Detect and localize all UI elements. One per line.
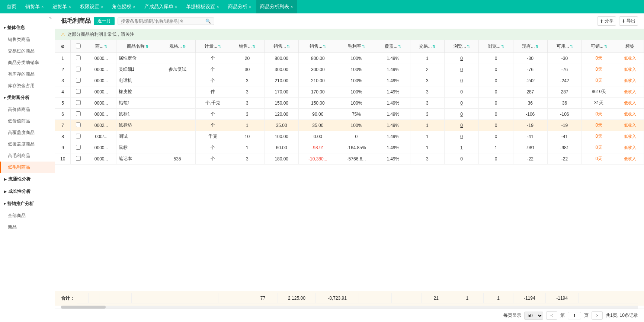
close-icon[interactable]: × <box>249 4 251 9</box>
row-select[interactable] <box>76 156 81 161</box>
row-checkbox[interactable] <box>71 109 86 120</box>
row-view1[interactable]: 0 <box>445 109 479 120</box>
row-checkbox[interactable] <box>71 64 86 75</box>
close-icon[interactable]: × <box>41 4 44 9</box>
row-checkbox[interactable] <box>71 131 86 142</box>
sidebar-item-stock-capital[interactable]: 库存资金占用 <box>0 80 55 92</box>
row-select[interactable] <box>76 78 81 83</box>
share-button[interactable]: ⬆ 分享 <box>597 16 616 26</box>
sidebar-item-all-goods[interactable]: 全部商品 <box>0 210 55 221</box>
close-icon[interactable]: × <box>133 4 135 9</box>
sidebar-item-low-margin[interactable]: 低毛利商品 <box>0 162 55 173</box>
row-view1[interactable]: 1 <box>445 142 479 153</box>
search-input[interactable] <box>121 19 205 24</box>
row-checkbox[interactable] <box>71 86 86 98</box>
nav-home[interactable]: 首页 <box>3 0 20 13</box>
export-button[interactable]: ⬇ 导出 <box>619 16 638 26</box>
col-unit[interactable]: 计量...⇅ <box>196 40 230 53</box>
row-view1[interactable]: 0 <box>445 120 479 131</box>
row-checkbox[interactable] <box>71 53 86 64</box>
col-spec[interactable]: 规格...⇅ <box>159 40 196 53</box>
table-wrapper[interactable]: ⚙ 商...⇅ 商品名称⇅ 规格...⇅ 计量...⇅ 销售...⇅ 销售...… <box>55 40 644 291</box>
row-code: 0000... <box>86 98 116 109</box>
row-checkbox[interactable] <box>71 98 86 109</box>
nav-permissions[interactable]: 权限设置 × <box>76 0 107 13</box>
row-view1[interactable]: 0 <box>445 75 479 86</box>
nav-products[interactable]: 产成品入库单 × <box>141 0 181 13</box>
sidebar-collapse-btn[interactable]: « <box>0 13 55 22</box>
nav-sales[interactable]: 销货单 × <box>22 0 47 13</box>
sidebar-item-sales-goods[interactable]: 销售类商品 <box>0 34 55 45</box>
row-select[interactable] <box>76 111 81 116</box>
row-checkbox[interactable] <box>71 75 86 86</box>
row-view1[interactable]: 0 <box>445 64 479 75</box>
row-select[interactable] <box>76 122 81 127</box>
nav-purchase[interactable]: 进货单 × <box>49 0 74 13</box>
scroll-bar[interactable] <box>61 306 638 309</box>
next-page-btn[interactable]: ＞ <box>592 311 603 320</box>
col-trans[interactable]: 交易...⇅ <box>410 40 444 53</box>
sidebar-item-low-coverage[interactable]: 低覆盖度商品 <box>0 138 55 150</box>
sidebar-item-new-goods[interactable]: 新品 <box>0 221 55 233</box>
sidebar-item-in-stock[interactable]: 有库存的商品 <box>0 68 55 80</box>
row-select[interactable] <box>76 145 81 150</box>
row-checkbox[interactable] <box>71 142 86 153</box>
search-icon[interactable]: 🔍 <box>205 19 211 24</box>
sidebar-group-growth[interactable]: ▶ 成长性分析 <box>0 185 55 198</box>
col-view1[interactable]: 浏览...⇅ <box>445 40 479 53</box>
col-gross-margin[interactable]: 毛利率⇅ <box>337 40 376 53</box>
close-icon[interactable]: × <box>68 4 71 9</box>
row-view1[interactable]: 0 <box>445 153 479 165</box>
col-sales-qty[interactable]: 销售...⇅ <box>230 40 264 53</box>
row-view1[interactable]: 0 <box>445 53 479 64</box>
sidebar-group-overview[interactable]: ▾ 整体信息 <box>0 22 55 34</box>
col-settings[interactable]: ⚙ <box>55 40 71 53</box>
sidebar-item-traded-goods[interactable]: 交易过的商品 <box>0 45 55 57</box>
per-page-select[interactable]: 50 100 200 <box>524 312 543 320</box>
scroll-thumb[interactable] <box>61 306 106 309</box>
col-available[interactable]: 可用...⇅ <box>547 40 581 53</box>
nav-roles[interactable]: 角色授权 × <box>108 0 139 13</box>
row-select[interactable] <box>76 55 81 60</box>
row-select[interactable] <box>76 67 81 71</box>
row-select[interactable] <box>76 89 81 94</box>
col-name[interactable]: 商品名称⇅ <box>116 40 159 53</box>
col-sales-profit[interactable]: 销售...⇅ <box>299 40 337 53</box>
row-select[interactable] <box>76 134 81 138</box>
sidebar-item-low-value[interactable]: 低价值商品 <box>0 115 55 127</box>
nav-analysis[interactable]: 商品分析 × <box>224 0 255 13</box>
col-view2[interactable]: 浏览...⇅ <box>479 40 513 53</box>
share-icon: ⬆ <box>600 19 603 24</box>
sidebar-group-wealth[interactable]: ▾ 类财富分析 <box>0 92 55 104</box>
sidebar-item-category-rate[interactable]: 商品分类助销率 <box>0 57 55 68</box>
sidebar-group-flow[interactable]: ▶ 流通性分析 <box>0 173 55 185</box>
col-current[interactable]: 现有...⇅ <box>513 40 547 53</box>
nav-analysis-list[interactable]: 商品分析列表 × <box>256 0 297 13</box>
col-coverage[interactable]: 覆盖...⇅ <box>376 40 410 53</box>
row-select[interactable] <box>76 100 81 105</box>
col-code[interactable]: 商...⇅ <box>86 40 116 53</box>
col-checkbox[interactable] <box>71 40 86 53</box>
sidebar-item-high-coverage[interactable]: 高覆盖度商品 <box>0 127 55 138</box>
close-icon[interactable]: × <box>101 4 103 9</box>
row-view1[interactable]: 0 <box>445 98 479 109</box>
close-icon[interactable]: × <box>291 4 293 9</box>
sidebar-group-marketing[interactable]: ▾ 营销推广分析 <box>0 198 55 210</box>
prev-page-btn[interactable]: ＜ <box>546 311 557 320</box>
row-checkbox[interactable] <box>71 153 86 165</box>
col-sales-price[interactable]: 销售...⇅ <box>265 40 299 53</box>
sidebar-item-high-margin[interactable]: 高毛利商品 <box>0 150 55 162</box>
page-input[interactable] <box>568 312 581 319</box>
nav-templates[interactable]: 单据模板设置 × <box>182 0 222 13</box>
filter-btn[interactable]: 近一月 <box>94 17 115 25</box>
close-icon[interactable]: × <box>217 4 219 9</box>
sidebar-item-high-value[interactable]: 高价值商品 <box>0 104 55 115</box>
select-all-checkbox[interactable] <box>76 44 81 48</box>
row-checkbox[interactable] <box>71 120 86 131</box>
row-view2: 0 <box>479 75 513 86</box>
table-footer: 合计： 77 2,125.00 -8,723.91 21 1 1 <box>55 291 644 306</box>
row-view1[interactable]: 0 <box>445 86 479 98</box>
col-sellable[interactable]: 可销...⇅ <box>582 40 616 53</box>
row-view1[interactable]: 0 <box>445 131 479 142</box>
close-icon[interactable]: × <box>175 4 177 9</box>
